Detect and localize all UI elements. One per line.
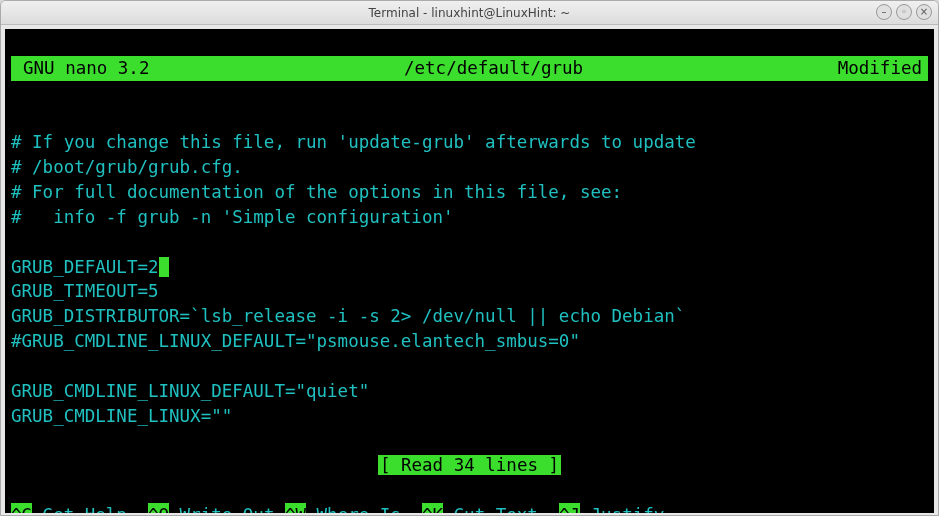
file-line: # info -f grub -n 'Simple configuration' [11, 207, 454, 227]
terminal-window: Terminal - linuxhint@LinuxHint: ~ – ◦ × … [0, 0, 939, 516]
file-line: GRUB_DEFAULT=2 [11, 257, 159, 277]
text-cursor [159, 257, 170, 276]
shortcut-key: ^J [559, 503, 580, 513]
shortcut-bar: ^G Get Help ^O Write Out ^W Where Is ^K … [11, 503, 928, 513]
file-line: GRUB_DISTRIBUTOR=`lsb_release -i -s 2> /… [11, 306, 685, 326]
nano-app-name: GNU nano 3.2 [11, 56, 149, 81]
shortcut-cut-text[interactable]: ^K Cut Text [422, 503, 559, 513]
file-line: GRUB_TIMEOUT=5 [11, 281, 159, 301]
minimize-button[interactable]: – [876, 4, 892, 20]
shortcut-label: Justify [580, 503, 664, 513]
shortcut-label: Get Help [32, 503, 148, 513]
shortcut-justify[interactable]: ^J Justify [559, 503, 664, 513]
window-title: Terminal - linuxhint@LinuxHint: ~ [369, 6, 571, 20]
shortcut-key: ^O [148, 503, 169, 513]
window-controls: – ◦ × [876, 4, 932, 20]
file-line: # If you change this file, run 'update-g… [11, 132, 696, 152]
nano-status-line: [ Read 34 lines ] [11, 453, 928, 478]
shortcut-key: ^G [11, 503, 32, 513]
close-button[interactable]: × [916, 4, 932, 20]
file-line: #GRUB_CMDLINE_LINUX_DEFAULT="psmouse.ela… [11, 331, 580, 351]
status-text: [ Read 34 lines ] [378, 455, 561, 475]
shortcut-where-is[interactable]: ^W Where Is [285, 503, 422, 513]
file-line: GRUB_CMDLINE_LINUX="" [11, 406, 232, 426]
nano-filepath: /etc/default/grub [149, 56, 837, 81]
file-line: GRUB_CMDLINE_LINUX_DEFAULT="quiet" [11, 381, 369, 401]
shortcut-label: Cut Text [443, 503, 559, 513]
terminal-body[interactable]: GNU nano 3.2/etc/default/grubModified # … [5, 29, 934, 513]
nano-header: GNU nano 3.2/etc/default/grubModified [11, 56, 928, 81]
file-line: # For full documentation of the options … [11, 182, 622, 202]
shortcut-get-help[interactable]: ^G Get Help [11, 503, 148, 513]
maximize-button[interactable]: ◦ [896, 4, 912, 20]
file-line: # /boot/grub/grub.cfg. [11, 157, 243, 177]
shortcut-key: ^W [285, 503, 306, 513]
editor-content[interactable]: # If you change this file, run 'update-g… [11, 106, 928, 429]
window-titlebar: Terminal - linuxhint@LinuxHint: ~ – ◦ × [1, 1, 938, 25]
nano-state: Modified [838, 56, 928, 81]
shortcut-label: Write Out [169, 503, 285, 513]
shortcut-label: Where Is [306, 503, 422, 513]
shortcut-row-1: ^G Get Help ^O Write Out ^W Where Is ^K … [11, 503, 928, 513]
shortcut-write-out[interactable]: ^O Write Out [148, 503, 285, 513]
shortcut-key: ^K [422, 503, 443, 513]
